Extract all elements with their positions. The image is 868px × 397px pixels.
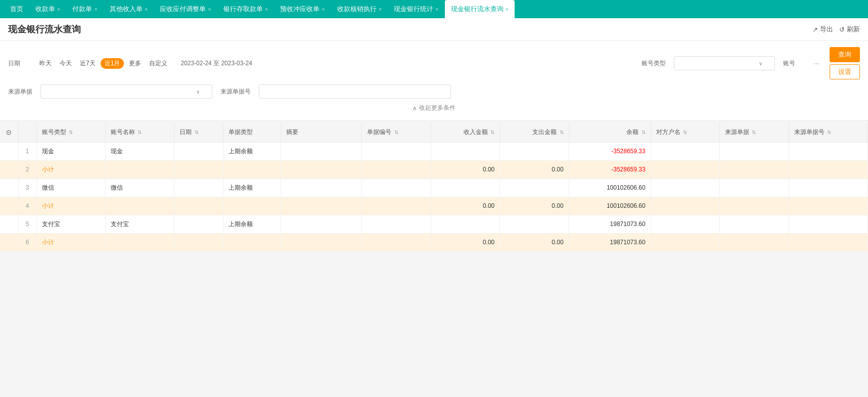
source-doc-num-input[interactable] [259, 84, 451, 99]
page-title: 现金银行流水查询 [8, 23, 81, 35]
row-summary [281, 142, 362, 160]
column-date[interactable]: 日期 ⇅ [174, 123, 223, 142]
sort-icon: ⇅ [394, 129, 398, 135]
column-counterparty[interactable]: 对方户名 ⇅ [651, 123, 719, 142]
table-row: 1 现金 现金 上期余额 -3528659.33 [0, 142, 868, 160]
date-opt-1month[interactable]: 近1月 [101, 58, 124, 69]
row-balance: -3528659.33 [569, 160, 651, 179]
row-gear [0, 197, 18, 215]
column-expense[interactable]: 支出金额 ⇅ [500, 123, 569, 142]
row-account-type: 现金 [36, 142, 105, 160]
close-icon[interactable]: × [265, 6, 268, 12]
row-doc-no [362, 142, 431, 160]
column-account-name[interactable]: 账号名称 ⇅ [105, 123, 174, 142]
account-ellipsis-button[interactable]: ··· [811, 59, 821, 67]
nav-bank-stats[interactable]: 现金银行统计 × [388, 0, 444, 18]
table-header-row: ⚙ 账号类型 ⇅ 账号名称 ⇅ 日期 ⇅ 单据类型 摘要 单据编号 ⇅ [0, 123, 868, 142]
close-icon[interactable]: × [322, 6, 325, 12]
nav-writeoff[interactable]: 收款核销执行 × [331, 0, 388, 18]
row-doc-type [223, 160, 281, 179]
row-account-type: 支付宝 [36, 215, 105, 233]
settings-button[interactable]: 设置 [830, 64, 860, 79]
row-counterparty [651, 197, 719, 215]
row-account-type: 小计 [36, 233, 105, 251]
close-icon[interactable]: × [435, 6, 438, 12]
nav-receipt[interactable]: 收款单 × [29, 0, 66, 18]
row-income: 0.00 [431, 233, 499, 251]
close-icon[interactable]: × [57, 6, 60, 12]
sort-icon: ⇅ [752, 129, 756, 135]
row-income [431, 179, 499, 197]
nav-adjustment[interactable]: 应收应付调整单 × [154, 0, 217, 18]
row-doc-no [362, 215, 431, 233]
row-source-doc-no [789, 215, 867, 233]
nav-bank-flow[interactable]: 现金银行流水查询 × [445, 0, 515, 18]
sort-icon: ⇅ [69, 129, 73, 135]
refresh-button[interactable]: ↺ 刷新 [839, 25, 860, 34]
row-expense: 0.00 [500, 233, 569, 251]
close-icon[interactable]: × [208, 6, 211, 12]
date-opt-yesterday[interactable]: 昨天 [36, 58, 55, 69]
nav-advance[interactable]: 预收冲应收单 × [274, 0, 331, 18]
row-account-name [105, 197, 174, 215]
top-navigation: 首页 收款单 × 付款单 × 其他收入单 × 应收应付调整单 × 银行存取款单 … [0, 0, 868, 18]
row-doc-type: 上期余额 [223, 179, 281, 197]
date-opt-more[interactable]: 更多 [126, 58, 144, 69]
column-source-doc[interactable]: 来源单据 ⇅ [720, 123, 789, 142]
collapse-bar[interactable]: ∧ 收起更多条件 [8, 102, 860, 114]
row-income [431, 142, 499, 160]
chevron-down-icon: ∨ [196, 89, 200, 95]
nav-payment[interactable]: 付款单 × [66, 0, 103, 18]
row-account-name [105, 233, 174, 251]
column-doc-no[interactable]: 单据编号 ⇅ [362, 123, 431, 142]
filter-row-2: 来源单据 ∨ 来源单据号 [8, 84, 860, 99]
column-income[interactable]: 收入金额 ⇅ [431, 123, 499, 142]
row-index: 6 [18, 233, 36, 251]
close-icon[interactable]: × [145, 6, 148, 12]
nav-home[interactable]: 首页 [4, 0, 29, 18]
account-type-select[interactable]: ∨ [674, 56, 775, 70]
export-icon: ↗ [812, 26, 818, 33]
row-balance: 19871073.60 [569, 233, 651, 251]
source-doc-label: 来源单据 [8, 87, 32, 96]
close-icon[interactable]: × [506, 6, 509, 12]
row-balance: -3528659.33 [569, 142, 651, 160]
date-opt-custom[interactable]: 自定义 [146, 58, 170, 69]
close-icon[interactable]: × [379, 6, 382, 12]
row-balance: 100102606.60 [569, 197, 651, 215]
row-income: 0.00 [431, 160, 499, 179]
export-button[interactable]: ↗ 导出 [812, 25, 833, 34]
query-button[interactable]: 查询 [830, 47, 860, 62]
nav-bank-deposit[interactable]: 银行存取款单 × [217, 0, 274, 18]
header-actions: ↗ 导出 ↺ 刷新 [812, 25, 860, 34]
column-balance[interactable]: 余额 ⇅ [569, 123, 651, 142]
column-source-doc-no[interactable]: 来源单据号 ⇅ [789, 123, 867, 142]
row-counterparty [651, 179, 719, 197]
table-row: 6 小计 0.00 0.00 19871073.60 [0, 233, 868, 251]
row-source-doc-no [789, 179, 867, 197]
date-opt-today[interactable]: 今天 [57, 58, 75, 69]
table-row: 3 微信 微信 上期余额 100102606.60 [0, 179, 868, 197]
row-gear [0, 215, 18, 233]
row-source-doc [720, 197, 789, 215]
source-doc-select[interactable]: ∨ [40, 84, 212, 99]
collapse-icon: ∧ [413, 105, 417, 112]
nav-other-income[interactable]: 其他收入单 × [104, 0, 154, 18]
row-summary [281, 179, 362, 197]
row-source-doc [720, 233, 789, 251]
source-doc-num-label: 来源单据号 [220, 87, 251, 96]
row-doc-type: 上期余额 [223, 142, 281, 160]
row-doc-no [362, 160, 431, 179]
row-expense: 0.00 [500, 197, 569, 215]
row-account-name [105, 160, 174, 179]
row-date [174, 179, 223, 197]
sort-icon: ⇅ [683, 129, 687, 135]
date-label: 日期 [8, 59, 28, 68]
gear-icon[interactable]: ⚙ [6, 128, 12, 137]
row-counterparty [651, 160, 719, 179]
filter-row-1: 日期 昨天 今天 近7天 近1月 更多 自定义 2023-02-24 至 202… [8, 47, 860, 79]
close-icon[interactable]: × [94, 6, 97, 12]
column-account-type[interactable]: 账号类型 ⇅ [36, 123, 105, 142]
column-index [18, 123, 36, 142]
date-opt-7days[interactable]: 近7天 [77, 58, 99, 69]
